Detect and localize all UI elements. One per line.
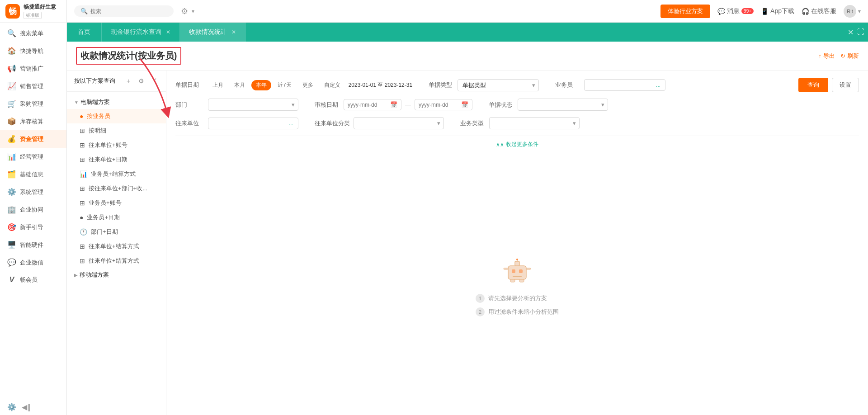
sidebar-item-finance[interactable]: 💰 资金管理: [0, 130, 66, 148]
refresh-btn[interactable]: ↻ 刷新: [840, 52, 859, 60]
operations-icon: 📊: [7, 152, 16, 161]
online-service-btn[interactable]: 🎧 在线客服: [802, 7, 836, 15]
tab-close-all-icon[interactable]: ✕: [848, 28, 854, 37]
review-date-start-input[interactable]: [348, 102, 388, 108]
logo-text: 畅捷通好生意 标准版: [24, 3, 56, 19]
filter-settings-btn[interactable]: 设置: [832, 78, 859, 92]
settings-footer-icon[interactable]: ⚙️: [7, 403, 16, 411]
tab-close-collection-stats[interactable]: ✕: [231, 29, 236, 35]
date-shortcut-this-year[interactable]: 本年: [251, 80, 271, 90]
tree-item-salesperson-account[interactable]: ⊞ 业务员+账号: [67, 196, 166, 210]
tree-item-dept-date[interactable]: 🕐 部门+日期: [67, 225, 166, 239]
sidebar-item-purchase[interactable]: 🛒 采购管理: [0, 95, 66, 113]
sidebar: 畅 畅捷通好生意 标准版 🔍 搜索菜单 🏠 快捷导航 📢 营销推广 📈 销售管理…: [0, 0, 67, 415]
business-type-select[interactable]: [489, 117, 580, 129]
review-date-end-box[interactable]: 📅: [415, 99, 472, 110]
collapse-sidebar-icon[interactable]: ◀‖: [22, 403, 31, 411]
topbar-search-box[interactable]: 🔍: [74, 5, 174, 17]
partner-category-select[interactable]: [354, 117, 444, 129]
sidebar-item-search[interactable]: 🔍 搜索菜单: [0, 24, 66, 42]
sidebar-item-quick-nav[interactable]: 🏠 快捷导航: [0, 42, 66, 60]
scheme-settings-btn[interactable]: ⚙: [136, 76, 146, 86]
topbar: 🔍 ⚙ ▾ 体验行业方案 💬 消息 99+ 📱 App下载 🎧 在线客服: [67, 0, 868, 23]
collapse-bar[interactable]: ∧∧ 收起更多条件: [175, 136, 859, 153]
voucher-status-select[interactable]: [518, 99, 608, 111]
tree-item-partner-account[interactable]: ⊞ 往来单位+账号: [67, 138, 166, 152]
filter-row-1: 单据日期 上月 本月 本年 近7天 更多 自定义 2023-01-01 至 20…: [175, 78, 859, 92]
business-type-group: 业务类型: [460, 117, 580, 129]
review-date-start-box[interactable]: 📅: [344, 99, 401, 110]
tab-close-bank-flow[interactable]: ✕: [166, 29, 170, 35]
tree-item-salesperson-settle[interactable]: 📊 业务员+结算方式: [67, 167, 166, 181]
date-shortcut-7days[interactable]: 近7天: [273, 80, 296, 90]
tree-group-desktop[interactable]: ▼ 电脑端方案: [67, 95, 166, 109]
marketing-icon: 📢: [7, 64, 16, 73]
tree-item-partner-settle1-icon: ⊞: [80, 243, 85, 250]
review-date-end-input[interactable]: [419, 102, 459, 108]
trial-btn[interactable]: 体验行业方案: [660, 5, 710, 18]
export-btn[interactable]: ↑ 导出: [819, 52, 835, 60]
messages-btn[interactable]: 💬 消息 99+: [717, 7, 754, 15]
tab-collection-stats[interactable]: 收款情况统计 ✕: [180, 23, 245, 42]
tree-expand-mobile-icon: ▶: [74, 273, 78, 278]
tree-group-mobile[interactable]: ▶ 移动端方案: [67, 268, 166, 282]
filter-row-3: 往来单位 ... 往来单位分类: [175, 117, 859, 129]
review-date-group: 审核日期 📅 — 📅: [315, 99, 472, 110]
salesperson-input-box[interactable]: ...: [584, 79, 665, 91]
sidebar-item-newbie[interactable]: 🎯 新手引导: [0, 218, 66, 236]
query-btn[interactable]: 查询: [798, 78, 828, 92]
partner-category-select-wrapper: [354, 117, 444, 129]
tree-item-partner-settle1[interactable]: ⊞ 往来单位+结算方式: [67, 239, 166, 254]
partner-input-box[interactable]: ...: [208, 118, 298, 129]
date-shortcut-this-month[interactable]: 本月: [230, 80, 250, 90]
sidebar-item-inventory[interactable]: 📦 库存核算: [0, 113, 66, 130]
collapse-panel-btn[interactable]: 《: [149, 76, 159, 86]
dept-select[interactable]: [208, 99, 298, 111]
filter-row-2: 部门 审核日期 📅 —: [175, 99, 859, 111]
voucher-type-select[interactable]: 单据类型: [458, 79, 539, 91]
tree-item-partner-settle2-icon: ⊞: [80, 257, 85, 264]
sidebar-item-system[interactable]: ⚙️ 系统管理: [0, 183, 66, 201]
calendar-start-icon: 📅: [390, 101, 397, 108]
sidebar-item-member[interactable]: V 畅会员: [0, 271, 66, 288]
app-download-btn[interactable]: 📱 App下载: [761, 7, 794, 15]
topbar-dropdown-icon[interactable]: ▾: [192, 8, 194, 14]
tree-item-salesperson-settle-icon: 📊: [80, 170, 87, 178]
date-shortcut-more[interactable]: 更多: [298, 80, 318, 90]
topbar-search-input[interactable]: [90, 8, 163, 14]
add-scheme-btn[interactable]: +: [123, 76, 133, 86]
sidebar-item-sales[interactable]: 📈 销售管理: [0, 77, 66, 95]
tree-item-by-detail[interactable]: ⊞ 按明细: [67, 123, 166, 138]
panel-title: 按以下方案查询: [74, 77, 115, 85]
tab-bank-flow[interactable]: 现金银行流水查询 ✕: [102, 23, 180, 42]
tree-item-by-salesperson[interactable]: ● 按业务员: [67, 109, 166, 123]
date-shortcut-custom[interactable]: 自定义: [320, 80, 345, 90]
tree-item-salesperson-date[interactable]: ● 业务员+日期: [67, 210, 166, 225]
page-title: 收款情况统计(按业务员): [76, 47, 181, 65]
sidebar-item-marketing[interactable]: 📢 营销推广: [0, 60, 66, 77]
dept-label: 部门: [175, 101, 201, 109]
member-icon: V: [7, 276, 16, 284]
user-area[interactable]: Rit ▾: [844, 5, 861, 18]
partner-more-btn[interactable]: ...: [289, 120, 293, 127]
date-label: 单据日期: [175, 81, 201, 89]
tab-expand-icon[interactable]: ⛶: [857, 28, 864, 36]
tree-item-partner-dept-coll[interactable]: ⊞ 按往来单位+部门+收...: [67, 181, 166, 196]
date-shortcut-last-month[interactable]: 上月: [208, 80, 228, 90]
tab-home[interactable]: 首页: [67, 23, 102, 42]
svg-rect-1: [512, 269, 515, 273]
refresh-icon: ↻: [840, 52, 845, 59]
tree-item-partner-settle2[interactable]: ⊞ 往来单位+结算方式: [67, 254, 166, 268]
topbar-left: 🔍 ⚙ ▾: [74, 5, 194, 17]
sidebar-item-wechat[interactable]: 💬 企业微信: [0, 254, 66, 271]
export-icon: ↑: [819, 52, 822, 59]
sidebar-item-hardware[interactable]: 🖥️ 智能硬件: [0, 236, 66, 254]
topbar-gear-icon[interactable]: ⚙: [181, 6, 188, 16]
sidebar-item-operations[interactable]: 📊 经营管理: [0, 148, 66, 165]
step-2-num: 2: [476, 307, 485, 316]
tree-item-partner-date[interactable]: ⊞ 往来单位+日期: [67, 152, 166, 167]
sidebar-item-enterprise[interactable]: 🏢 企业协同: [0, 201, 66, 218]
salesperson-more-btn[interactable]: ...: [656, 82, 660, 88]
svg-rect-2: [519, 269, 523, 273]
sidebar-item-basic-info[interactable]: 🗂️ 基础信息: [0, 165, 66, 183]
